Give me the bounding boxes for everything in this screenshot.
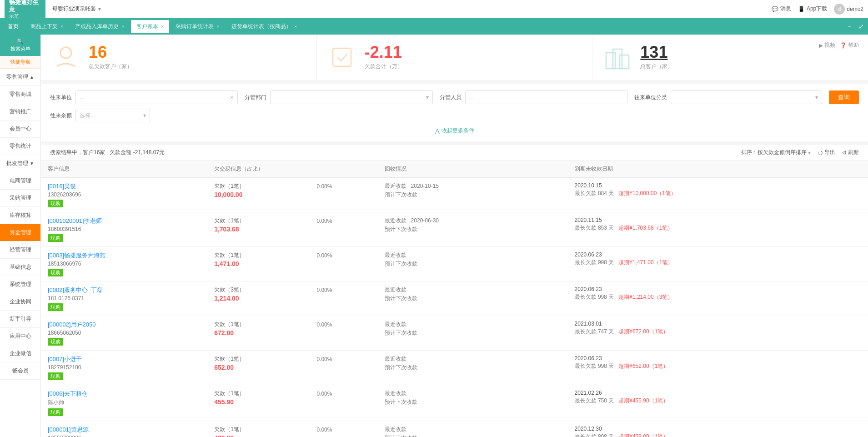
unit-class-select[interactable]: ▾ [671,90,822,104]
balance-select[interactable]: 选择... ▾ [75,109,150,122]
search-button[interactable]: 查询 [829,90,859,104]
overdue-link[interactable]: 超期¥1,703.68（1笔） [618,225,673,231]
tab-goods-stats-close[interactable]: × [294,24,297,29]
source-unit-placeholder: ... [80,94,84,100]
sidebar-item-enterprise-collab[interactable]: 企业协同 [0,293,40,311]
sidebar-item-member-vip[interactable]: 畅会员 [0,362,40,380]
sidebar-item-member[interactable]: 会员中心 [0,121,40,138]
sidebar-item-retail-stats[interactable]: 零售统计 [0,138,40,155]
nav-minimize-btn[interactable]: － [844,21,854,31]
manager-input[interactable]: ... [465,90,627,104]
sidebar-item-basic-info[interactable]: 基础信息 [0,259,40,276]
overdue-link[interactable]: 超期¥672.00（1笔） [618,328,668,335]
overdue-link[interactable]: 超期¥1,214.00（3笔） [618,294,673,300]
store-selector[interactable]: 母婴行业演示账套 ▾ [45,5,108,13]
tab-goods-stats[interactable]: 进货单统计表（按商品） × [226,20,302,33]
sort-selector[interactable]: 排序：按欠款金额倒序排序 ▾ [741,149,811,156]
source-unit-clear-icon: ✕ [230,95,234,100]
debt-total-label: 欠款合计（万） [365,63,403,70]
dept-label: 分管部门 [245,94,266,101]
sidebar-item-system[interactable]: 系统管理 [0,276,40,293]
due-date: 2021.03.01 [575,321,829,327]
message-icon: 💬 [772,6,778,12]
customer-info-cell: [0001020001]李老师 18600391516 现购 [41,212,207,247]
collapse-filter-btn[interactable]: ⋀ 收起更多条件 [435,127,474,135]
sidebar-quick-nav[interactable]: 快捷导航 [0,56,40,69]
debt-amount: 652.00 [214,364,303,371]
debt-percent: 0.00% [316,183,371,190]
manager-label: 分管人员 [440,94,462,101]
col-due-date: 到期未收款日期 [568,161,868,178]
overdue-link[interactable]: 超期¥652.00（1笔） [618,363,668,369]
overdue-link[interactable]: 超期¥1,471.00（1笔） [618,259,673,266]
debt-percent-cell: 0.00% [310,385,377,421]
overdue-link[interactable]: 超期¥455.90（1笔） [618,397,668,404]
sidebar-item-finance[interactable]: 资金管理 [0,224,40,241]
tab-product-listing[interactable]: 商品上下架 × [25,20,69,33]
customer-name-link[interactable]: [0002]服务中心_丁磊 [48,286,201,294]
debt-total-icon [328,44,356,71]
customer-info-cell: [000001]黄思源 13552700226 现购 [41,421,207,437]
sidebar: 🔍 搜索菜单 快捷导航 零售管理 ▲ 零售商城 营销推广 会员中心 零售统计 批… [0,35,41,437]
tab-production-history-close[interactable]: × [121,24,124,29]
sidebar-item-wechat[interactable]: 企业微信 [0,345,40,362]
filter-row-2: 往来余额 选择... ▾ [50,109,859,122]
help-doc-btn[interactable]: ❓ 帮助 [840,41,859,49]
tab-customer-account[interactable]: 客户账本 × [131,20,169,33]
customer-name-link[interactable]: [0006]去下粮仓 [48,390,201,398]
customer-name-link[interactable]: [000001]黄思源 [48,426,201,434]
tab-product-listing-close[interactable]: × [60,24,63,29]
customer-name-link[interactable]: [0016]吴俊 [48,182,201,191]
collection-cell: 最近收款 预计下次收款 [378,421,536,437]
sidebar-item-purchase[interactable]: 采购管理 [0,190,40,207]
debt-info-cell: 欠款（1笔） 429.00 [207,421,310,437]
filter-source-unit: 往来单位 ... ✕ [50,90,238,104]
sidebar-item-ecommerce[interactable]: 电商管理 [0,172,40,190]
due-date-cell: 2021.02.26 最长欠款 750 天 超期¥455.90（1笔） [568,385,836,421]
tab-purchase-order[interactable]: 采购订单统计表 × [170,20,225,33]
debt-percent: 0.00% [316,321,371,328]
debt-amount: 1,214.00 [214,295,303,302]
overdue-link[interactable]: 超期¥10,000.00（1笔） [618,190,676,196]
customer-name-link[interactable]: [0001020001]李老师 [48,217,201,225]
customer-info-cell: [000002]用户2050 18665062050 现购 [41,316,207,351]
dept-select[interactable]: ▾ [270,90,432,104]
sidebar-item-guide[interactable]: 新手引导 [0,311,40,328]
debt-amount: 672.00 [214,329,303,337]
sidebar-item-retail-mall[interactable]: 零售商城 [0,86,40,103]
overdue-link[interactable]: 超期¥429.00（1笔） [618,433,668,437]
tab-purchase-order-close[interactable]: × [216,24,219,29]
help-video-btn[interactable]: ▶ 视频 [819,41,835,49]
customer-info-cell: [0016]吴俊 13026203696 现购 [41,178,207,212]
app-download-btn[interactable]: 📱 App下载 [798,5,827,13]
nav-maximize-btn[interactable]: ⤢ [857,22,866,31]
filter-row-1: 往来单位 ... ✕ 分管部门 ▾ 分管人员 ... [50,90,859,104]
debt-count: 欠款（1笔） [214,217,303,225]
sidebar-item-wholesale-mgmt[interactable]: 批发管理 ▼ [0,155,40,172]
customer-name-link[interactable]: [000002]用户2050 [48,321,201,329]
sidebar-item-retail-mgmt[interactable]: 零售管理 ▲ [0,69,40,86]
refresh-btn[interactable]: ↺ 刷新 [842,149,859,156]
tab-home[interactable]: 首页 [2,20,24,33]
collection-cell: 最近收款 预计下次收款 [378,281,536,316]
user-menu[interactable]: d demo2 [834,4,863,15]
tab-production-history[interactable]: 产成品入库单历史 × [70,20,130,33]
debt-customers-icon [52,44,80,71]
tab-customer-account-close[interactable]: × [161,24,164,29]
export-btn[interactable]: ⭯ 导出 [818,149,835,156]
sidebar-item-marketing[interactable]: 营销推广 [0,103,40,121]
sidebar-item-inventory[interactable]: 库存核算 [0,207,40,224]
filter-area: 往来单位 ... ✕ 分管部门 ▾ 分管人员 ... [41,84,868,141]
sidebar-item-app-center[interactable]: 应用中心 [0,328,40,345]
sidebar-search[interactable]: 🔍 搜索菜单 [0,35,40,56]
customer-name-link[interactable]: [0007]小迸千 [48,355,201,363]
customer-name-link[interactable]: [0003]畅捷服务尹海燕 [48,251,201,260]
source-unit-input[interactable]: ... ✕ [75,90,238,104]
tab-home-label: 首页 [8,23,19,30]
debt-info-cell: 欠款（1笔） 1,471.00 [207,247,310,281]
next-collection: 预计下次收款 [385,434,529,437]
sidebar-item-operations[interactable]: 经营管理 [0,241,40,259]
message-btn[interactable]: 💬 消息 [772,5,791,13]
mobile-icon: 📱 [798,6,805,12]
filter-dept: 分管部门 ▾ [245,90,432,104]
